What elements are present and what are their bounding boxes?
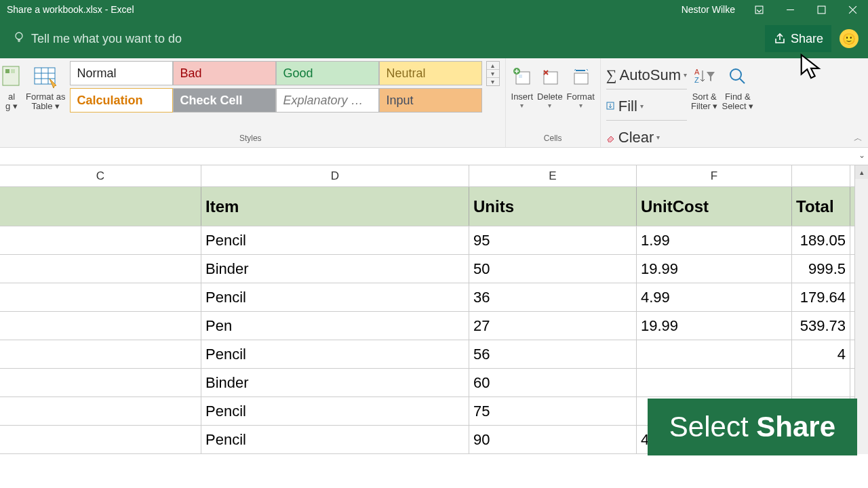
format-button[interactable]: Format▾	[567, 61, 595, 109]
table-row[interactable]: Pen2719.99539.73	[0, 312, 868, 340]
cell[interactable]: 56	[469, 340, 637, 368]
cell-styles-gallery[interactable]: NormalCalculationBadCheck CellGoodExplan…	[70, 61, 482, 113]
cell-style-option[interactable]: Good	[276, 61, 379, 85]
cell-style-option[interactable]: Neutral	[379, 61, 482, 85]
expand-gallery-icon[interactable]: ▾	[487, 78, 499, 85]
cell[interactable]: 50	[469, 255, 637, 283]
cell[interactable]: Binder	[201, 255, 469, 283]
close-icon[interactable]	[837, 0, 868, 19]
cell[interactable]: Pencil	[201, 426, 469, 453]
cell[interactable]: 19.99	[637, 255, 792, 283]
scroll-up-icon[interactable]: ▴	[855, 165, 868, 179]
cell[interactable]: 90	[469, 426, 637, 453]
fill-button[interactable]: Fill ▾	[606, 92, 687, 121]
cell[interactable]	[0, 283, 201, 311]
table-row[interactable]: Pencil364.99179.64	[0, 283, 868, 312]
cell[interactable]	[792, 369, 850, 396]
cell[interactable]: 999.5	[792, 255, 850, 283]
cell[interactable]: 36	[469, 283, 637, 311]
cell[interactable]: 4	[792, 340, 850, 368]
insert-button[interactable]: Insert▾	[511, 61, 534, 109]
collapse-ribbon-icon[interactable]: ︿	[854, 132, 863, 144]
col-header-g[interactable]	[792, 165, 850, 186]
cell[interactable]: Pen	[201, 312, 469, 340]
tell-me-input[interactable]: Tell me what you want to do	[31, 32, 182, 46]
group-label-cells: Cells	[544, 131, 562, 147]
cell[interactable]	[0, 397, 201, 425]
col-header-e[interactable]: E	[469, 165, 637, 186]
table-row[interactable]: Pencil951.99189.05	[0, 226, 868, 255]
sort-filter-button[interactable]: AZ Sort & Filter ▾	[691, 61, 718, 112]
find-select-button[interactable]: Find & Select ▾	[722, 61, 753, 112]
header-units[interactable]: Units	[469, 187, 637, 226]
header-item[interactable]: Item	[201, 187, 469, 226]
header-unitcost[interactable]: UnitCost	[637, 187, 792, 226]
cell-style-option[interactable]: Bad	[173, 61, 276, 85]
svg-rect-7	[5, 69, 9, 73]
delete-button[interactable]: Delete▾	[537, 61, 563, 109]
ribbon-display-icon[interactable]	[743, 0, 774, 19]
lightbulb-icon	[12, 30, 26, 47]
cell[interactable]	[0, 226, 201, 254]
cell[interactable]: 4.99	[637, 283, 792, 311]
cell[interactable]	[0, 255, 201, 283]
cell-style-option[interactable]: Input	[379, 88, 482, 113]
minimize-icon[interactable]	[774, 0, 806, 19]
expand-formula-bar-icon[interactable]: ⌄	[859, 150, 865, 160]
format-as-table-button[interactable]: Format as Table ▾	[26, 61, 66, 112]
window-title: Share a workbook.xlsx - Excel	[0, 4, 673, 15]
conditional-formatting-button[interactable]: al g ▾	[1, 61, 22, 112]
cell[interactable]: 95	[469, 226, 637, 254]
svg-text:Z: Z	[694, 76, 699, 84]
share-icon	[773, 32, 787, 45]
table-row[interactable]: Pencil564	[0, 340, 868, 369]
cell-style-option[interactable]: Normal	[70, 61, 173, 85]
cell-style-option[interactable]: Explanatory …	[276, 88, 379, 113]
cell-style-option[interactable]: Calculation	[70, 88, 173, 113]
col-header-d[interactable]: D	[201, 165, 469, 186]
cell[interactable]: Pencil	[201, 397, 469, 425]
editing-group: ∑AutoSum ▾ Fill ▾ Clear ▾ AZ Sort & Filt…	[601, 58, 759, 147]
maximize-icon[interactable]	[806, 0, 837, 19]
styles-scroll[interactable]: ▴ ▾ ▾	[486, 61, 500, 86]
svg-rect-17	[544, 72, 557, 84]
cell[interactable]	[0, 312, 201, 340]
svg-point-5	[16, 33, 22, 39]
table-row[interactable]: Binder5019.99999.5	[0, 255, 868, 283]
cell[interactable]	[637, 369, 792, 396]
scroll-down-icon[interactable]: ▾	[487, 70, 499, 78]
column-headers[interactable]: C D E F	[0, 165, 868, 187]
table-row[interactable]: Binder60	[0, 369, 868, 397]
cell[interactable]: Pencil	[201, 340, 469, 368]
cell[interactable]: 75	[469, 397, 637, 425]
cell[interactable]: 27	[469, 312, 637, 340]
cell-style-option[interactable]: Check Cell	[173, 88, 276, 113]
cell[interactable]: 60	[469, 369, 637, 396]
feedback-smiley-icon[interactable]: 🙂	[840, 29, 859, 48]
scroll-up-icon[interactable]: ▴	[487, 62, 499, 70]
share-button[interactable]: Share	[765, 25, 831, 52]
cell[interactable]: 1.99	[637, 226, 792, 254]
cell[interactable]: 539.73	[792, 312, 850, 340]
cell[interactable]: Binder	[201, 369, 469, 396]
formula-bar[interactable]: ⌄	[0, 148, 868, 165]
cell[interactable]: 189.05	[792, 226, 850, 254]
signed-in-user[interactable]: Nestor Wilke	[673, 4, 743, 15]
cell[interactable]	[0, 369, 201, 396]
cell[interactable]: Pencil	[201, 283, 469, 311]
col-header-c[interactable]: C	[0, 165, 201, 186]
svg-rect-8	[11, 69, 15, 73]
svg-point-22	[730, 69, 741, 80]
ribbon: al g ▾ Format as Table ▾ NormalCalculati…	[0, 58, 868, 148]
table-header-row[interactable]: Item Units UnitCost Total	[0, 187, 868, 226]
cell[interactable]	[637, 340, 792, 368]
col-header-f[interactable]: F	[637, 165, 792, 186]
cell[interactable]: 179.64	[792, 283, 850, 311]
autosum-button[interactable]: ∑AutoSum ▾	[606, 61, 687, 89]
cell[interactable]	[0, 426, 201, 453]
cell[interactable]	[0, 340, 201, 368]
header-total[interactable]: Total	[792, 187, 850, 226]
cell[interactable]: 19.99	[637, 312, 792, 340]
title-bar: Share a workbook.xlsx - Excel Nestor Wil…	[0, 0, 868, 19]
cell[interactable]: Pencil	[201, 226, 469, 254]
